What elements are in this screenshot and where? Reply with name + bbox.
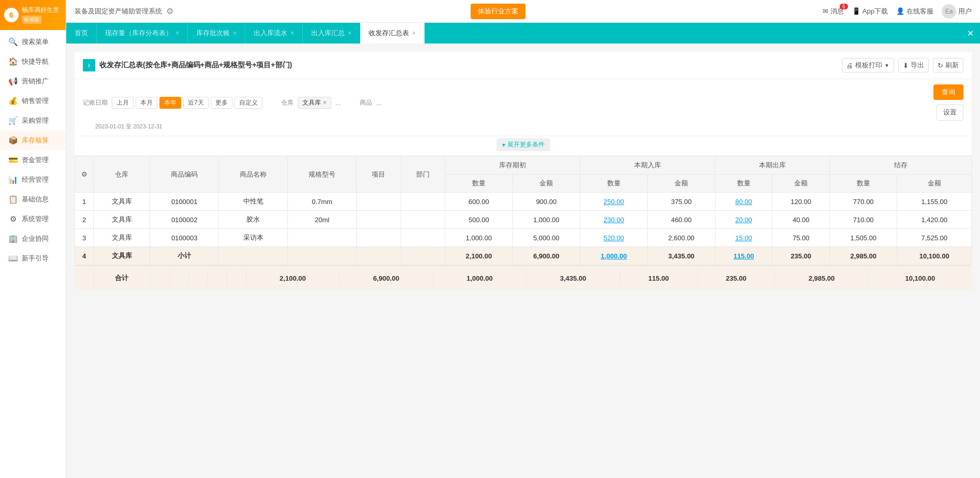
footer-total: 合计 2,100.00 6,900.00 1,000.00 3,435.00 1…	[75, 265, 972, 290]
tabbar-close-btn[interactable]: ✕	[961, 28, 980, 38]
user-label: 用户	[958, 7, 972, 16]
tab-inventory-dist-label: 现存量（库存分布表）	[105, 28, 172, 38]
sidebar-item-search[interactable]: 🔍 搜索菜单	[0, 32, 66, 52]
print-btn[interactable]: 🖨 模板打印 ▼	[842, 58, 894, 73]
filter-line1: 记账日期 上月 本月 本年 近7天 更多 自定义 仓库	[75, 79, 972, 123]
online-service-btn[interactable]: 👤 在线客服	[896, 7, 933, 16]
close-icon[interactable]: ×	[412, 30, 416, 37]
col-open-qty: 数量	[445, 175, 513, 193]
warehouse-tag-close[interactable]: ×	[323, 99, 327, 106]
close-icon[interactable]: ×	[348, 30, 352, 37]
subtotal-out-qty[interactable]: 115.00	[715, 247, 772, 265]
col-group-opening: 库存期初	[445, 156, 580, 175]
goods-dots[interactable]: ...	[376, 99, 382, 107]
row3-in-amt: 2,600.00	[648, 229, 715, 247]
close-icon[interactable]: ×	[290, 30, 294, 37]
user-menu[interactable]: Ea 用户	[942, 4, 972, 19]
sidebar-header[interactable]: 6 畅库调好生意 标准版	[0, 0, 66, 30]
row1-in-qty[interactable]: 250.00	[580, 193, 647, 211]
col-in-qty: 数量	[580, 175, 647, 193]
tab-home-label: 首页	[75, 28, 88, 38]
refresh-btn[interactable]: ↻ 刷新	[933, 58, 963, 73]
tab-batch-account[interactable]: 库存批次账 ×	[188, 23, 245, 44]
chevron-down-icon: ▼	[884, 63, 889, 68]
sidebar-item-marketing[interactable]: 📢 营销推广	[0, 71, 66, 91]
row2-in-amt: 460.00	[648, 211, 715, 229]
tab-inout-summary[interactable]: 出入库汇总 ×	[303, 23, 360, 44]
total-out-qty: 115.00	[620, 270, 697, 286]
query-btn[interactable]: 查询	[933, 84, 963, 100]
avatar: Ea	[942, 4, 956, 19]
expand-more-btn[interactable]: ▾ 展开更多条件	[496, 138, 550, 151]
total-bal-amt: 10,100.00	[868, 270, 972, 286]
tab-home[interactable]: 首页	[66, 23, 97, 44]
date-btn-custom[interactable]: 自定义	[235, 97, 262, 109]
export-btn[interactable]: ⬇ 导出	[898, 58, 929, 73]
row3-out-qty[interactable]: 15.00	[715, 229, 772, 247]
subtotal-in-qty[interactable]: 1,000.00	[580, 247, 647, 265]
total-out-amt: 235.00	[697, 270, 775, 286]
date-btn-7days[interactable]: 近7天	[183, 97, 209, 109]
row2-out-qty[interactable]: 20.00	[715, 211, 772, 229]
message-btn[interactable]: ✉ 消息 6	[823, 7, 844, 16]
sidebar-item-system[interactable]: ⚙ 系统管理	[0, 209, 66, 229]
app-download-btn[interactable]: 📱 App下载	[852, 7, 888, 16]
row3-out-amt: 75.00	[772, 229, 830, 247]
sidebar-item-operation[interactable]: 📊 经营管理	[0, 170, 66, 190]
warehouse-dots[interactable]: ...	[335, 99, 341, 107]
row2-open-amt: 1,000.00	[513, 211, 580, 229]
col-out-amt: 金额	[772, 175, 830, 193]
row3-in-qty[interactable]: 520.00	[580, 229, 647, 247]
message-icon: ✉	[823, 7, 828, 15]
refresh-icon: ↻	[938, 62, 943, 69]
megaphone-icon: 📢	[8, 77, 18, 86]
col-project: 项目	[357, 156, 401, 193]
tab-inventory-dist[interactable]: 现存量（库存分布表） ×	[97, 23, 188, 44]
expand-arrow-btn[interactable]: ›	[83, 59, 95, 71]
row2-in-qty[interactable]: 230.00	[580, 211, 647, 229]
topbar-left: 装备及固定资产辅助管理系统 ⚙	[75, 6, 173, 16]
settings-col-header[interactable]: ⚙	[75, 156, 94, 193]
sidebar-item-purchase[interactable]: 🛒 采购管理	[0, 111, 66, 131]
tab-receive-summary[interactable]: 收发存汇总表 ×	[360, 23, 425, 44]
row3-bal-qty: 1,505.00	[830, 229, 897, 247]
col-in-amt: 金额	[648, 175, 715, 193]
filter-line2: 2023-01-01 至 2023-12-31	[75, 123, 972, 136]
close-icon[interactable]: ×	[175, 30, 179, 37]
sidebar-item-label: 搜索菜单	[22, 37, 49, 47]
date-btn-this-month[interactable]: 本月	[136, 97, 157, 109]
date-btn-more[interactable]: 更多	[211, 97, 232, 109]
experience-btn[interactable]: 体验行业方案	[471, 4, 525, 19]
sidebar-item-quick-nav[interactable]: 🏠 快捷导航	[0, 52, 66, 71]
sidebar-item-finance[interactable]: 💳 资金管理	[0, 150, 66, 170]
row2-bal-qty: 710.00	[830, 211, 897, 229]
col-dept: 部门	[401, 156, 445, 193]
date-btn-last-month[interactable]: 上月	[112, 97, 134, 109]
row1-out-qty[interactable]: 80.00	[715, 193, 772, 211]
search-icon: 🔍	[8, 37, 18, 47]
warehouse-tag-text: 文具库	[302, 98, 321, 107]
tab-inout-flow[interactable]: 出入库流水 ×	[245, 23, 303, 44]
subtotal-open-amt: 6,900.00	[513, 247, 580, 265]
sidebar-item-inventory[interactable]: 📦 库存核算	[0, 131, 66, 150]
subtotal-out-amt: 235.00	[772, 247, 830, 265]
sidebar-item-guide[interactable]: 📖 新手引导	[0, 249, 66, 268]
sidebar-item-basic-info[interactable]: 📋 基础信息	[0, 190, 66, 209]
sidebar-item-label: 快捷导航	[22, 57, 49, 66]
row3-no: 3	[75, 229, 94, 247]
sidebar-item-sales[interactable]: 💰 销售管理	[0, 91, 66, 111]
subtotal-empty2	[288, 247, 357, 265]
sidebar-item-enterprise[interactable]: 🏢 企业协同	[0, 229, 66, 249]
row3-project	[357, 229, 401, 247]
home-icon: 🏠	[8, 57, 18, 66]
close-icon[interactable]: ×	[233, 30, 237, 37]
settings-btn[interactable]: 设置	[937, 104, 963, 121]
date-btn-this-year[interactable]: 本年	[159, 97, 181, 109]
subtotal-empty4	[401, 247, 445, 265]
row3-code: 0100003	[150, 229, 219, 247]
sidebar-item-label: 系统管理	[22, 214, 49, 224]
export-label: 导出	[911, 61, 924, 70]
settings-icon[interactable]: ⚙	[166, 6, 173, 16]
row2-dept	[401, 211, 445, 229]
subtotal-bal-qty: 2,985.00	[830, 247, 897, 265]
